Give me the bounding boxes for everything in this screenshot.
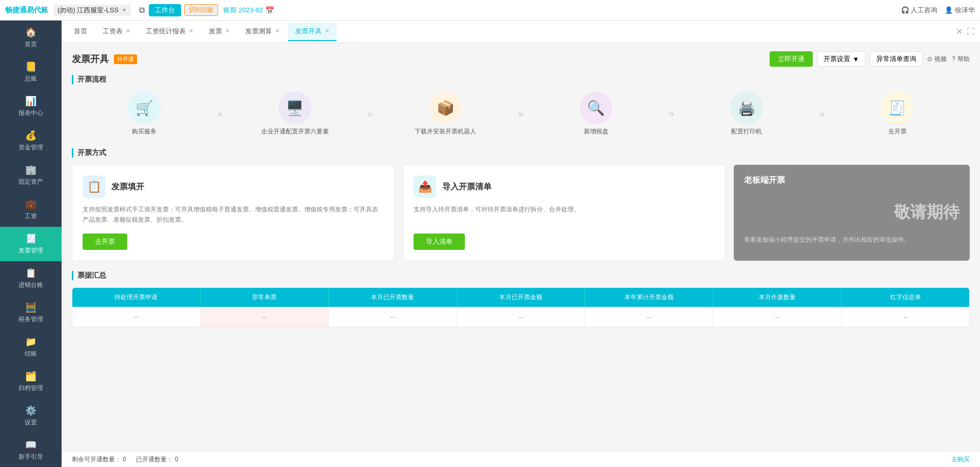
sidebar-item-label: 发票管理 bbox=[18, 246, 43, 255]
sidebar-item-label: 工资 bbox=[25, 212, 37, 221]
page-header-actions: 立即开通 开票设置 ▼ 异常清单查询 ⊙ 视频 ? 帮助 bbox=[770, 51, 970, 67]
sidebar-item-label: 进销台账 bbox=[18, 281, 43, 289]
abnormal-query-button[interactable]: 异常清单查询 bbox=[870, 51, 923, 67]
summary-cell-month-amount: -- bbox=[457, 307, 585, 327]
tab-invoice-calc-label: 发票测算 bbox=[245, 27, 272, 36]
tab-invoice-issue-close[interactable]: ✕ bbox=[325, 28, 329, 34]
tax-icon: 🧮 bbox=[25, 302, 36, 313]
import-list-button[interactable]: 导入清单 bbox=[414, 233, 465, 250]
tab-bar: 首页 工资表 ✕ 工资统计报表 ✕ 发票 ✕ 发票测算 ✕ 发票开具 ✕ bbox=[62, 21, 980, 43]
tab-salary[interactable]: 工资表 ✕ bbox=[95, 23, 138, 41]
sidebar-item-salary[interactable]: 💼 工资 bbox=[0, 192, 62, 227]
buy-link[interactable]: 去购买 bbox=[951, 455, 970, 464]
settings-icon: ⚙️ bbox=[25, 405, 36, 416]
headset-icon: 🎧 bbox=[901, 6, 909, 14]
tab-bar-right: ✕ ⛶ bbox=[956, 27, 975, 36]
summary-header-void: 本月作废数量 bbox=[713, 288, 841, 307]
sidebar-item-home[interactable]: 🏠 首页 bbox=[0, 21, 62, 55]
sidebar-item-sales[interactable]: 📋 进销台账 bbox=[0, 261, 62, 296]
top-bar-right: 🎧 人工咨询 👤 徐泽华 bbox=[901, 6, 975, 15]
step-label-issue: 去开票 bbox=[888, 127, 907, 136]
step-arrow-1: » bbox=[217, 108, 222, 120]
sidebar-item-checkout[interactable]: 📁 结账 bbox=[0, 330, 62, 364]
tab-invoice-close[interactable]: ✕ bbox=[225, 28, 230, 34]
step-circle-buy: 🛒 bbox=[128, 91, 161, 124]
summary-cell-pending: -- bbox=[72, 307, 201, 327]
sales-icon: 📋 bbox=[25, 267, 36, 279]
help-icon[interactable]: ? bbox=[952, 55, 955, 63]
tab-salary-label: 工资表 bbox=[103, 27, 123, 36]
top-bar: 畅捷通易代账 (勿动) 江西服室-LSS ▼ ⧉ 工作台 切到旧版 账期 202… bbox=[0, 0, 980, 21]
sidebar-item-label: 新手引导 bbox=[18, 453, 43, 461]
summary-header: 待处理开票申请 异常单票 本月已开票数量 本月已开票金额 本年累计开票金额 本月… bbox=[72, 288, 969, 307]
guide-icon: 📖 bbox=[25, 439, 36, 451]
copy-icon[interactable]: ⧉ bbox=[139, 6, 145, 15]
method-fill-title: 发票填开 bbox=[111, 182, 144, 192]
tab-home[interactable]: 首页 bbox=[67, 23, 94, 41]
sidebar: 🏠 首页 📒 总账 📊 报表中心 💰 资金管理 🏢 固定资产 💼 工资 🧾 发票… bbox=[0, 21, 62, 467]
page-header: 发票开具 待开通 立即开通 开票设置 ▼ 异常清单查询 ⊙ 视频 ? 帮助 bbox=[72, 51, 970, 67]
close-tab-icon[interactable]: ✕ bbox=[956, 27, 963, 36]
step-label-configure: 企业开通配置开票六要素 bbox=[261, 127, 329, 136]
process-steps: 🛒 购买服务 » 🖥️ 企业开通配置开票六要素 » 📦 下载并安装开票机器人 »… bbox=[72, 91, 970, 136]
tab-invoice-calc[interactable]: 发票测算 ✕ bbox=[238, 23, 287, 41]
sidebar-item-archive[interactable]: 🗂️ 归档管理 bbox=[0, 364, 62, 399]
switch-old-button[interactable]: 切到旧版 bbox=[184, 4, 218, 16]
step-configure: 🖥️ 企业开通配置开票六要素 bbox=[223, 91, 367, 136]
tab-invoice-issue[interactable]: 发票开具 ✕ bbox=[288, 23, 337, 41]
workspace-button[interactable]: 工作台 bbox=[149, 4, 181, 16]
method-card-old: 老板端开票 查看老板端小程序提交的开票申请，并作出相应的审批操作。 敬请期待 bbox=[734, 165, 970, 261]
sidebar-item-settings[interactable]: ⚙️ 设置 bbox=[0, 399, 62, 433]
app-logo: 畅捷通易代账 bbox=[5, 6, 48, 15]
tab-invoice[interactable]: 发票 ✕ bbox=[202, 23, 237, 41]
method-old-desc: 查看老板端小程序提交的开票申请，并作出相应的审批操作。 bbox=[744, 236, 959, 244]
step-circle-configure: 🖥️ bbox=[279, 91, 311, 124]
tab-salary-close[interactable]: ✕ bbox=[126, 28, 130, 34]
user-menu[interactable]: 👤 徐泽华 bbox=[945, 6, 975, 15]
summary-data-row: -- -- -- -- -- -- -- bbox=[72, 307, 969, 327]
step-arrow-3: » bbox=[518, 108, 523, 120]
invoice-icon: 🧾 bbox=[25, 233, 36, 244]
assets-icon: 🏢 bbox=[25, 164, 36, 176]
support-link[interactable]: 🎧 人工咨询 bbox=[901, 6, 937, 15]
step-label-printer: 配置打印机 bbox=[731, 127, 762, 136]
summary-header-month-count: 本月已开票数量 bbox=[329, 288, 457, 307]
tab-salary-report-close[interactable]: ✕ bbox=[189, 28, 193, 34]
sidebar-item-fund[interactable]: 💰 资金管理 bbox=[0, 124, 62, 158]
step-circle-taxdisk: 🔍 bbox=[580, 91, 613, 124]
sidebar-item-tax[interactable]: 🧮 税务管理 bbox=[0, 296, 62, 330]
tab-salary-report-label: 工资统计报表 bbox=[146, 27, 186, 36]
settings-button-label: 开票设置 bbox=[824, 54, 850, 64]
tab-invoice-calc-close[interactable]: ✕ bbox=[275, 28, 280, 34]
tab-salary-report[interactable]: 工资统计报表 ✕ bbox=[139, 23, 201, 41]
summary-header-red: 红字信息单 bbox=[841, 288, 969, 307]
layout: 🏠 首页 📒 总账 📊 报表中心 💰 资金管理 🏢 固定资产 💼 工资 🧾 发票… bbox=[0, 21, 980, 467]
company-selector[interactable]: (勿动) 江西服室-LSS ▼ bbox=[53, 5, 131, 16]
ledger-icon: 📒 bbox=[25, 61, 36, 72]
sidebar-item-report[interactable]: 📊 报表中心 bbox=[0, 89, 62, 124]
maximize-icon[interactable]: ⛶ bbox=[967, 27, 975, 36]
sidebar-item-ledger[interactable]: 📒 总账 bbox=[0, 55, 62, 89]
tab-home-label: 首页 bbox=[74, 27, 87, 36]
summary-header-abnormal: 异常单票 bbox=[201, 288, 329, 307]
methods-section-title: 开票方式 bbox=[72, 148, 970, 158]
summary-table: 待处理开票申请 异常单票 本月已开票数量 本月已开票金额 本年累计开票金额 本月… bbox=[72, 287, 970, 327]
video-icon[interactable]: ⊙ bbox=[927, 55, 932, 63]
open-now-button[interactable]: 立即开通 bbox=[770, 51, 813, 67]
step-download: 📦 下载并安装开票机器人 bbox=[373, 91, 518, 136]
settings-button[interactable]: 开票设置 ▼ bbox=[817, 51, 866, 67]
step-buy-service: 🛒 购买服务 bbox=[72, 91, 217, 136]
sidebar-item-invoice[interactable]: 🧾 发票管理 bbox=[0, 227, 62, 261]
top-bar-icons: ⧉ bbox=[139, 6, 145, 15]
sidebar-item-assets[interactable]: 🏢 固定资产 bbox=[0, 158, 62, 192]
sidebar-item-guide[interactable]: 📖 新手引导 bbox=[0, 433, 62, 467]
step-circle-issue: 🧾 bbox=[881, 91, 914, 124]
step-issue: 🧾 去开票 bbox=[825, 91, 970, 136]
method-import-header: 📤 导入开票清单 bbox=[414, 176, 715, 198]
summary-section-title: 票据汇总 bbox=[72, 271, 970, 280]
sidebar-item-label: 固定资产 bbox=[18, 178, 43, 186]
calendar-icon[interactable]: 📅 bbox=[265, 6, 274, 14]
sidebar-item-label: 总账 bbox=[25, 74, 37, 83]
tab-invoice-issue-label: 发票开具 bbox=[295, 27, 322, 36]
go-invoice-button[interactable]: 去开票 bbox=[83, 233, 127, 250]
